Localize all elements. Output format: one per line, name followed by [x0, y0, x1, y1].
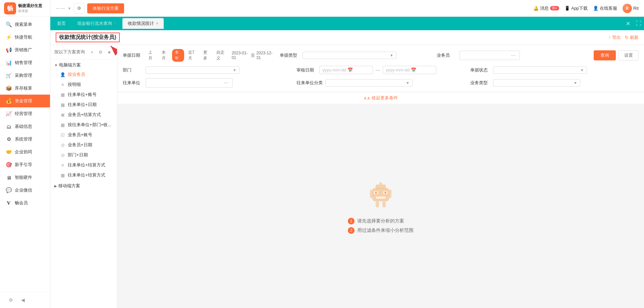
scheme-group-desktop: ▼ 电脑端方案 👤 按业务员 ≡ 按明细 ▦ 往来单位+账号: [50, 59, 117, 180]
calendar-icon-end[interactable]: 📅: [411, 67, 416, 72]
sidebar-item-quicknav[interactable]: ⚡ 快捷导航: [0, 31, 50, 44]
tab-bank-close[interactable]: ×: [114, 21, 116, 26]
date-tab-more[interactable]: 更多: [201, 49, 213, 62]
sidebar: 畅 畅捷通好生意 标准版 🔍 搜索菜单 ⚡ 快捷导航 📢 营销推广 📊 销售管理…: [0, 0, 50, 308]
scheme-settings-button[interactable]: ⚙: [97, 48, 104, 56]
sidebar-item-label: 销售管理: [15, 60, 32, 66]
sidebar-item-operations[interactable]: 📈 经营管理: [0, 107, 50, 120]
counterpart-more-btn[interactable]: ···: [223, 80, 230, 86]
calendar-icon-start[interactable]: 📅: [347, 67, 353, 72]
empty-step-1: 1 请先选择要分析的方案: [348, 218, 414, 224]
step-1-text: 请先选择要分析的方案: [357, 218, 404, 224]
sidebar-item-search[interactable]: 🔍 搜索菜单: [0, 18, 50, 31]
more-options-btn[interactable]: ···: [510, 52, 517, 58]
collapse-conditions-button[interactable]: ∧∧ 收起更多条件: [117, 92, 644, 104]
scheme-item-salesperson-date[interactable]: ⊙ 业务员+日期: [50, 140, 117, 150]
sidebar-item-hardware[interactable]: 🖥 智能硬件: [0, 171, 50, 184]
scheme-item-unit-date[interactable]: ▦ 往来单位+日期: [50, 100, 117, 110]
scheme-item-label: 往来单位+结算方式: [68, 172, 105, 178]
online-service-label: 在线客服: [600, 5, 617, 11]
sidebar-item-sales[interactable]: 📊 销售管理: [0, 56, 50, 69]
tab-bank[interactable]: 现金银行流水查询 ×: [72, 18, 122, 29]
sidebar-item-label: 畅会员: [15, 200, 28, 206]
gear-icon: ⚙: [5, 136, 12, 142]
sidebar-item-guide[interactable]: 🎯 新手引导: [0, 158, 50, 171]
sidebar-item-marketing[interactable]: 📢 营销推广: [0, 44, 50, 56]
scheme-item-unit-dept-collect[interactable]: ▦ 按往来单位+部门+收...: [50, 120, 117, 130]
date-tab-lastmonth[interactable]: 上月: [146, 49, 158, 62]
scheme-group-label: 电脑端方案: [59, 62, 81, 68]
collapse-label: 收起更多条件: [372, 95, 398, 101]
date-tab-thisyear[interactable]: 本年: [172, 49, 184, 62]
refresh-icon: ↻: [625, 35, 629, 40]
refresh-button[interactable]: ↻ 刷新: [625, 35, 639, 41]
settings-bottom-button[interactable]: ⚙: [5, 295, 16, 305]
folder-icon: 🗂: [5, 124, 12, 130]
sidebar-item-member[interactable]: V 畅会员: [0, 197, 50, 209]
window-maximize-button[interactable]: ⛶: [635, 19, 643, 28]
audit-date-end-input[interactable]: yyyy-mm-dd 📅: [383, 66, 436, 74]
scheme-add-button[interactable]: +: [88, 48, 96, 56]
sidebar-item-label: 营销推广: [15, 47, 32, 53]
counterpart-select[interactable]: ···: [146, 78, 233, 88]
handshake-icon: 🤝: [5, 149, 12, 155]
scheme-panel: 按以下方案查询 + ⚙ «: [50, 45, 117, 308]
export-button[interactable]: ↑ 导出: [609, 35, 621, 41]
sidebar-item-system[interactable]: ⚙ 系统管理: [0, 133, 50, 146]
sidebar-item-wechat[interactable]: 💬 企业微信: [0, 184, 50, 197]
biz-type-select[interactable]: ▼: [493, 79, 580, 87]
counterpart-type-chevron: ▼: [406, 81, 410, 85]
scheme-item-by-detail[interactable]: ≡ 按明细: [50, 80, 117, 90]
online-service-button[interactable]: 👤 在线客服: [593, 5, 617, 11]
breadcrumb-text: — —: [56, 6, 65, 11]
scheme-item-salesperson-account[interactable]: ☑ 业务员+账号: [50, 130, 117, 140]
query-button[interactable]: 查询: [594, 50, 616, 60]
sidebar-item-label: 采购管理: [15, 72, 32, 79]
scheme-item-label: 业务员+日期: [68, 142, 92, 148]
counterpart-type-select[interactable]: ▼: [325, 79, 413, 87]
doc-status-select[interactable]: ▼: [493, 66, 587, 74]
scheme-item-dept-date[interactable]: ⊙ 部门+日期: [50, 150, 117, 160]
scheme-group-desktop-header[interactable]: ▼ 电脑端方案: [50, 59, 117, 69]
money-icon: 💰: [5, 98, 12, 104]
app-download-button[interactable]: 📱 App下载: [565, 5, 588, 11]
sidebar-nav: 🔍 搜索菜单 ⚡ 快捷导航 📢 营销推广 📊 销售管理 🛒 采购管理 📦 库存核…: [0, 17, 50, 292]
grid-icon: ▦: [60, 92, 66, 97]
doc-type-select[interactable]: ▼: [303, 52, 396, 59]
scheme-item-unit-settle1[interactable]: ≡ 往来单位+结算方式: [50, 160, 117, 170]
filter-settings-button[interactable]: 设置: [619, 50, 639, 60]
dept-label: 部门: [123, 67, 143, 73]
tab-home-label: 首页: [57, 20, 66, 27]
sidebar-item-basic[interactable]: 🗂 基础信息: [0, 120, 50, 133]
window-close-button[interactable]: ✕: [624, 19, 632, 28]
scheme-item-unit-account[interactable]: ▦ 往来单位+账号: [50, 90, 117, 100]
topbar-settings-button[interactable]: ⚙: [74, 3, 85, 14]
search-icon: 🔍: [5, 21, 12, 28]
date-tab-custom[interactable]: 自定义: [214, 49, 229, 62]
cart-icon: 🛒: [5, 72, 12, 79]
notifications-button[interactable]: 🔔 消息 99+: [533, 5, 559, 11]
audit-date-start-input[interactable]: yyyy-mm-dd 📅: [319, 66, 373, 74]
sidebar-item-purchase[interactable]: 🛒 采购管理: [0, 69, 50, 82]
tab-home[interactable]: 首页: [52, 18, 71, 29]
sidebar-item-inventory[interactable]: 📦 库存核算: [0, 82, 50, 95]
topbar-right: 🔔 消息 99+ 📱 App下载 👤 在线客服 R Rit: [533, 4, 639, 13]
page-header: 收款情况统计(按业务员) ↑ 导出 ↻ 刷新: [50, 30, 644, 45]
scheme-collapse-button[interactable]: «: [106, 48, 113, 56]
sidebar-item-corp[interactable]: 🤝 企业协同: [0, 146, 50, 158]
dept-select[interactable]: ▼: [146, 66, 239, 74]
scheme-group-mobile-header[interactable]: ▶ 移动端方案: [50, 180, 117, 190]
collapse-sidebar-button[interactable]: ◀: [17, 295, 28, 305]
group-collapse-icon: ▶: [54, 184, 57, 188]
salesperson-select[interactable]: ···: [460, 51, 520, 60]
sidebar-item-finance[interactable]: 💰 资金管理: [0, 95, 50, 107]
scheme-item-by-salesperson[interactable]: 👤 按业务员: [50, 69, 117, 80]
trial-solution-button[interactable]: 体验行业方案: [87, 3, 124, 13]
date-tab-thismonth[interactable]: 本月: [159, 49, 171, 62]
scheme-item-salesperson-settle[interactable]: ▦ 业务员+结算方式: [50, 110, 117, 120]
tab-receipts-close[interactable]: ×: [156, 21, 158, 26]
scheme-item-unit-settle2[interactable]: ▦ 往来单位+结算方式: [50, 170, 117, 180]
user-menu[interactable]: R Rit: [623, 4, 639, 13]
date-tab-7days[interactable]: 近7天: [185, 49, 199, 62]
tab-receipts[interactable]: 收款情况统计 ×: [122, 18, 164, 29]
